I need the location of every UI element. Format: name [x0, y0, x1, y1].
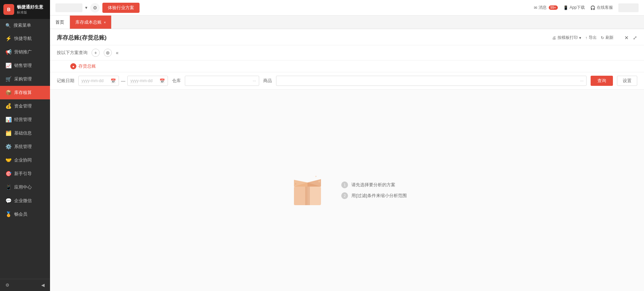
svg-point-9	[315, 176, 317, 177]
tab-inventory-cost-ledger[interactable]: 库存成本总账 ×	[70, 16, 112, 29]
empty-illustration	[287, 170, 328, 211]
page-expand-icon[interactable]: ⤢	[633, 35, 637, 41]
basic-icon: 🗂️	[5, 130, 11, 136]
box-svg	[287, 170, 328, 210]
logo-text: 畅捷通好生意 标准版	[17, 4, 43, 15]
newbie-icon: 🎯	[5, 171, 11, 177]
filter-bar: 按以下方案查询 + ⊛ «	[50, 45, 644, 60]
warehouse-label: 仓库	[172, 78, 181, 84]
sidebar-item-member[interactable]: 🏅 畅会员	[0, 208, 50, 221]
goods-input[interactable]: ···	[276, 76, 587, 86]
purchase-icon: 🛒	[5, 76, 11, 82]
topbar: ▾ ⚙ 体验行业方案 ✉ 消息 99+ 📱 App下载 🎧 在线客服	[50, 0, 644, 16]
sidebar-item-wechat[interactable]: 💬 企业微信	[0, 194, 50, 208]
svg-marker-6	[294, 180, 307, 187]
user-dropdown-icon[interactable]: ▾	[85, 5, 88, 10]
tip-num-1: 1	[341, 181, 348, 188]
sidebar-item-newbie[interactable]: 🎯 新手引导	[0, 167, 50, 180]
settings-button[interactable]: 设置	[617, 76, 637, 86]
sidebar-item-purchase[interactable]: 🛒 采购管理	[0, 72, 50, 86]
tip-text-2: 用[过滤]条件来缩小分析范围	[351, 193, 406, 199]
marketing-icon: 📢	[5, 49, 11, 55]
calendar-end-icon[interactable]: 📅	[159, 78, 165, 83]
app-download-btn[interactable]: 📱 App下载	[563, 5, 585, 10]
tip-item-1: 1 请先选择要分析的方案	[341, 181, 406, 188]
user-avatar	[618, 3, 639, 12]
message-btn[interactable]: ✉ 消息 99+	[534, 5, 558, 10]
sidebar-settings-icon[interactable]: ⚙	[5, 283, 9, 288]
sidebar-item-appcenter[interactable]: 📱 应用中心	[0, 180, 50, 194]
home-tab-label: 首页	[55, 19, 64, 25]
tip-item-2: 2 用[过滤]条件来缩小分析范围	[341, 192, 406, 199]
goods-label: 商品	[263, 78, 272, 84]
search-button[interactable]: 查询	[591, 76, 613, 86]
quick-nav-icon: ⚡	[5, 35, 11, 42]
print-btn[interactable]: 🖨 按模板打印 ▾	[552, 35, 581, 41]
goods-more-icon[interactable]: ···	[580, 78, 584, 83]
scheme-dot: ●	[70, 63, 76, 69]
search-menu[interactable]: 🔍 搜索菜单	[0, 19, 50, 32]
sidebar-collapse-icon[interactable]: ◀	[41, 283, 45, 288]
print-dropdown-icon[interactable]: ▾	[579, 35, 581, 40]
topbar-left: ▾ ⚙ 体验行业方案	[55, 3, 531, 13]
date-label: 记账日期	[57, 78, 74, 84]
sidebar-item-inventory[interactable]: 📦 库存核算	[0, 86, 50, 99]
online-service-btn[interactable]: 🎧 在线客服	[590, 5, 613, 10]
phone-icon: 📱	[563, 5, 568, 10]
empty-content: 1 请先选择要分析的方案 2 用[过滤]条件来缩小分析范围	[287, 170, 406, 211]
inventory-icon: 📦	[5, 90, 11, 96]
filter-add-btn[interactable]: +	[92, 49, 100, 57]
topbar-settings-btn[interactable]: ⚙	[90, 3, 100, 13]
sidebar-item-basic[interactable]: 🗂️ 基础信息	[0, 126, 50, 140]
sidebar-item-marketing[interactable]: 📢 营销推广	[0, 45, 50, 59]
svg-marker-5	[307, 179, 321, 187]
filter-del-btn[interactable]: ⊛	[104, 49, 112, 57]
calendar-start-icon[interactable]: 📅	[110, 78, 116, 83]
logo-icon: B	[3, 4, 14, 15]
sidebar-nav: ⚡ 快捷导航 📢 营销推广 📈 销售管理 🛒 采购管理 📦 库存核算 💰 资金管…	[0, 32, 50, 279]
sidebar-item-corp[interactable]: 🤝 企业协同	[0, 153, 50, 167]
topbar-right: ✉ 消息 99+ 📱 App下载 🎧 在线客服	[534, 3, 639, 12]
scheme-item[interactable]: ● 存货总账	[70, 63, 96, 69]
export-btn[interactable]: ↑ 导出	[585, 35, 597, 41]
tab-bar: 首页 库存成本总账 ×	[50, 16, 644, 29]
sidebar-item-finance[interactable]: 💰 资金管理	[0, 99, 50, 113]
tab-close-icon[interactable]: ×	[104, 20, 106, 24]
sidebar: B 畅捷通好生意 标准版 🔍 搜索菜单 ⚡ 快捷导航 📢 营销推广 📈 销售管理…	[0, 0, 50, 291]
user-area	[55, 3, 82, 12]
date-range: yyyy-mm-dd 📅 — yyyy-mm-dd 📅	[78, 76, 168, 86]
refresh-btn[interactable]: ↻ 刷新	[601, 35, 614, 41]
wechat-icon: 💬	[5, 198, 11, 204]
finance-icon: 💰	[5, 103, 11, 109]
print-icon: 🖨	[552, 35, 556, 40]
refresh-icon: ↻	[601, 35, 604, 40]
export-icon: ↑	[585, 35, 587, 40]
trial-btn[interactable]: 体验行业方案	[102, 3, 140, 13]
page-close-icon[interactable]: ✕	[624, 35, 629, 41]
sidebar-item-sales[interactable]: 📈 销售管理	[0, 59, 50, 72]
page-actions: 🖨 按模板打印 ▾ ↑ 导出 ↻ 刷新 ✕ ⤢	[552, 35, 637, 41]
filter-collapse-btn[interactable]: «	[116, 50, 119, 55]
warehouse-input[interactable]: ···	[185, 76, 259, 86]
sidebar-item-operation[interactable]: 📊 经营管理	[0, 113, 50, 126]
sidebar-item-quick-nav[interactable]: ⚡ 快捷导航	[0, 32, 50, 45]
message-icon: ✉	[534, 5, 537, 10]
empty-state: 1 请先选择要分析的方案 2 用[过滤]条件来缩小分析范围	[50, 90, 644, 291]
message-badge: 99+	[549, 5, 558, 10]
tip-text-1: 请先选择要分析的方案	[351, 182, 395, 188]
tab-home[interactable]: 首页	[50, 16, 70, 29]
system-icon: ⚙️	[5, 144, 11, 150]
date-end-input[interactable]: yyyy-mm-dd 📅	[127, 76, 168, 86]
operation-icon: 📊	[5, 117, 11, 123]
main-area: ▾ ⚙ 体验行业方案 ✉ 消息 99+ 📱 App下载 🎧 在线客服 首页	[50, 0, 644, 291]
sidebar-bottom: ⚙ ◀	[0, 279, 50, 291]
warehouse-more-icon[interactable]: ···	[253, 78, 256, 83]
headset-icon: 🎧	[590, 5, 595, 10]
page-content: 库存总账(存货总账) 🖨 按模板打印 ▾ ↑ 导出 ↻ 刷新 ✕ ⤢	[50, 29, 644, 291]
date-start-input[interactable]: yyyy-mm-dd 📅	[78, 76, 119, 86]
svg-rect-4	[305, 187, 310, 205]
logo-area: B 畅捷通好生意 标准版	[0, 0, 50, 19]
sidebar-item-system[interactable]: ⚙️ 系统管理	[0, 140, 50, 153]
tab-label: 库存成本总账	[75, 19, 102, 25]
tip-num-2: 2	[341, 192, 348, 199]
